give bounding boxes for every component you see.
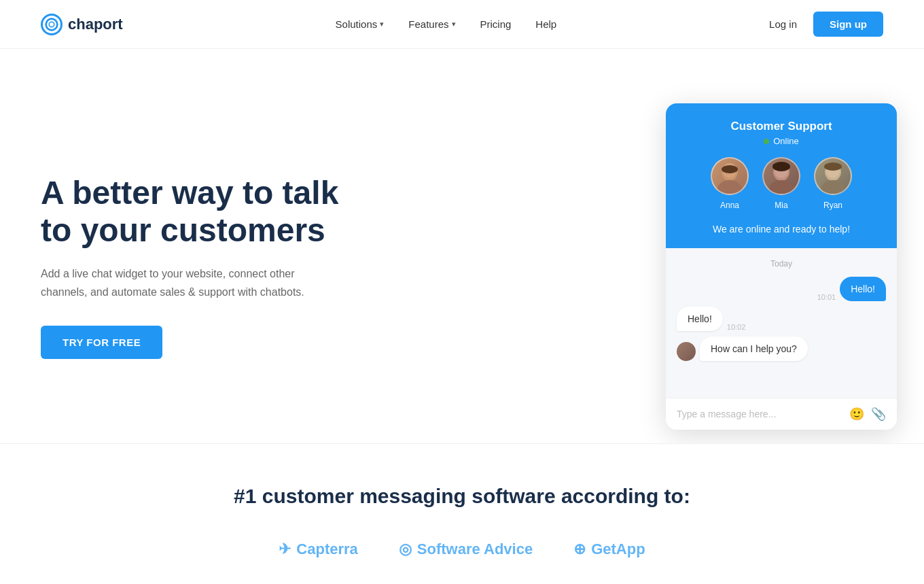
try-free-button[interactable]: TRY FOR FREE — [41, 326, 162, 359]
partner-software-advice: ◎ Software Advice — [399, 540, 533, 558]
chat-widget-mockup: Customer Support Online — [666, 103, 897, 430]
capterra-icon: ✈ — [279, 540, 291, 558]
brand-name: chaport — [68, 16, 123, 33]
agent-mia: Mia — [762, 157, 800, 210]
avatar-agent-mini — [677, 342, 696, 361]
status-dot-icon — [764, 139, 769, 144]
chat-input-placeholder: Type a message here... — [677, 409, 776, 419]
message-time: 10:01 — [817, 293, 836, 301]
svg-point-7 — [769, 180, 794, 195]
svg-point-3 — [717, 180, 742, 195]
nav-pricing[interactable]: Pricing — [480, 18, 512, 30]
bubble-help: How can I help you? — [700, 337, 808, 361]
nav-links: Solutions ▾ Features ▾ Pricing Help — [336, 18, 557, 30]
svg-point-9 — [772, 162, 790, 171]
agent-ryan: Ryan — [814, 157, 852, 210]
nav-solutions[interactable]: Solutions ▾ — [336, 18, 385, 30]
logo-icon — [41, 14, 63, 35]
chat-body: Today 10:01 Hello! Hello! 10:02 How can … — [666, 248, 897, 398]
bottom-title: #1 customer messaging software according… — [41, 485, 883, 508]
chat-input-bar[interactable]: Type a message here... 🙂 📎 — [666, 398, 897, 430]
getapp-label: GetApp — [591, 540, 645, 558]
message-incoming-simple: Hello! 10:02 — [677, 307, 886, 331]
emoji-icon[interactable]: 🙂 — [849, 407, 864, 422]
hero-subtitle: Add a live chat widget to your website, … — [41, 265, 340, 301]
avatar-ryan — [814, 157, 852, 195]
signup-button[interactable]: Sign up — [813, 12, 883, 37]
svg-point-1 — [49, 22, 54, 27]
partner-getapp: ⊕ GetApp — [573, 540, 645, 558]
software-advice-icon: ◎ — [399, 540, 412, 558]
capterra-label: Capterra — [296, 540, 357, 558]
partner-capterra: ✈ Capterra — [279, 540, 357, 558]
svg-point-5 — [722, 165, 738, 173]
navbar: chaport Solutions ▾ Features ▾ Pricing H… — [0, 0, 924, 49]
chat-header: Customer Support Online — [666, 103, 897, 224]
login-link[interactable]: Log in — [769, 18, 797, 30]
partner-logos: ✈ Capterra ◎ Software Advice ⊕ GetApp — [41, 540, 883, 558]
chat-date: Today — [677, 259, 886, 269]
hero-content: A better way to talk to your customers A… — [41, 174, 367, 359]
svg-point-11 — [821, 180, 845, 195]
chevron-down-icon: ▾ — [452, 20, 456, 29]
chat-header-title: Customer Support — [679, 120, 883, 133]
avatar-mia — [762, 157, 800, 195]
chat-widget: Customer Support Online — [666, 103, 897, 430]
avatar-anna — [711, 157, 749, 195]
agent-mia-name: Mia — [775, 201, 787, 210]
status-text: Online — [773, 136, 799, 146]
agent-ryan-name: Ryan — [823, 201, 842, 210]
getapp-icon: ⊕ — [573, 540, 586, 558]
bottom-section: #1 customer messaging software according… — [0, 443, 924, 584]
message-time-2: 10:02 — [727, 323, 746, 331]
agents-list: Anna Mia — [679, 157, 883, 210]
agent-anna-name: Anna — [720, 201, 739, 210]
message-incoming-agent: How can I help you? — [677, 337, 886, 361]
bubble-hello: Hello! — [677, 307, 723, 331]
logo-link[interactable]: chaport — [41, 14, 123, 35]
nav-actions: Log in Sign up — [769, 12, 883, 37]
chat-status: Online — [679, 136, 883, 146]
chat-input-icons: 🙂 📎 — [849, 407, 886, 422]
nav-help[interactable]: Help — [535, 18, 556, 30]
chat-ready-message: We are online and ready to help! — [666, 224, 897, 248]
bubble-outgoing: Hello! — [840, 277, 886, 301]
hero-title: A better way to talk to your customers — [41, 174, 367, 249]
software-advice-label: Software Advice — [417, 540, 533, 558]
chevron-down-icon: ▾ — [380, 20, 384, 29]
agent-anna: Anna — [711, 157, 749, 210]
svg-point-13 — [824, 162, 842, 171]
hero-section: A better way to talk to your customers A… — [0, 49, 924, 443]
message-outgoing: 10:01 Hello! — [677, 277, 886, 301]
svg-point-0 — [46, 18, 58, 31]
nav-features[interactable]: Features ▾ — [408, 18, 455, 30]
attachment-icon[interactable]: 📎 — [871, 407, 886, 422]
